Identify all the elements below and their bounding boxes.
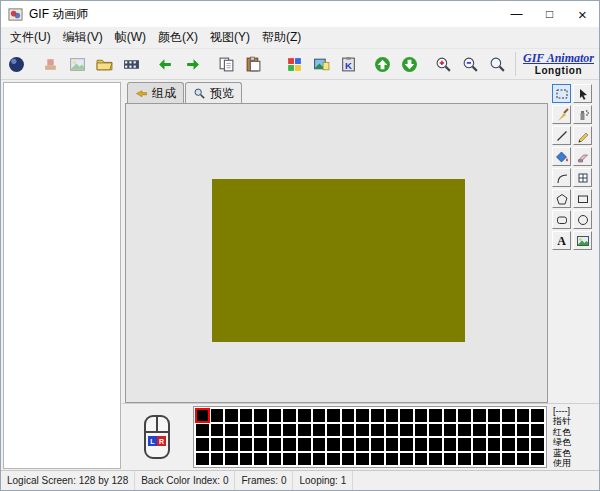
- palette-cell[interactable]: [313, 453, 326, 466]
- palette-cell[interactable]: [458, 424, 471, 437]
- palette-cell[interactable]: [254, 438, 267, 451]
- palette-cell[interactable]: [458, 438, 471, 451]
- palette-cell[interactable]: [371, 409, 384, 422]
- palette-cell[interactable]: [240, 453, 253, 466]
- palette-cell[interactable]: [327, 424, 340, 437]
- line-tool-button[interactable]: [552, 126, 571, 145]
- palette-cell[interactable]: [517, 453, 530, 466]
- copy-button[interactable]: [213, 51, 240, 78]
- palette-cell[interactable]: [400, 438, 413, 451]
- filmstrip-button[interactable]: [118, 51, 145, 78]
- canvas-image[interactable]: [212, 179, 465, 342]
- palette-cell[interactable]: [415, 438, 428, 451]
- paste-button[interactable]: [240, 51, 267, 78]
- undo-button[interactable]: [152, 51, 179, 78]
- zoom-in-button[interactable]: [430, 51, 457, 78]
- pencil-tool-button[interactable]: [573, 126, 592, 145]
- tab-compose[interactable]: 组成: [127, 82, 184, 103]
- text-tool-button[interactable]: A: [552, 231, 571, 250]
- image-tool-button[interactable]: [573, 231, 592, 250]
- palette-cell[interactable]: [444, 438, 457, 451]
- palette-cell[interactable]: [531, 424, 544, 437]
- palette-cell[interactable]: [531, 438, 544, 451]
- palette-cell[interactable]: [371, 453, 384, 466]
- palette-cell[interactable]: [386, 409, 399, 422]
- palette-cell[interactable]: [196, 453, 209, 466]
- palette-cell[interactable]: [313, 409, 326, 422]
- palette-cell[interactable]: [473, 424, 486, 437]
- palette-cell[interactable]: [415, 409, 428, 422]
- palette-cell[interactable]: [356, 438, 369, 451]
- palette-cell[interactable]: [254, 409, 267, 422]
- palette-cell[interactable]: [356, 424, 369, 437]
- palette-cell[interactable]: [356, 409, 369, 422]
- palette-cell[interactable]: [415, 453, 428, 466]
- palette-cell[interactable]: [327, 438, 340, 451]
- rectangle-tool-button[interactable]: [573, 189, 592, 208]
- palette-cell[interactable]: [283, 409, 296, 422]
- palette-cell[interactable]: [196, 424, 209, 437]
- palette-cell[interactable]: [502, 424, 515, 437]
- palette-cell[interactable]: [225, 438, 238, 451]
- palette-cell[interactable]: [371, 424, 384, 437]
- palette-cell[interactable]: [488, 438, 501, 451]
- palette-cell[interactable]: [371, 438, 384, 451]
- menu-colors[interactable]: 颜色(X): [152, 27, 204, 48]
- palette-cell[interactable]: [429, 409, 442, 422]
- palette-cell[interactable]: [458, 409, 471, 422]
- palette-cell[interactable]: [327, 409, 340, 422]
- zoom-out-button[interactable]: [457, 51, 484, 78]
- close-button[interactable]: ×: [566, 1, 599, 27]
- palette-cell[interactable]: [269, 453, 282, 466]
- palette-cell[interactable]: [225, 409, 238, 422]
- palette-cell[interactable]: [211, 409, 224, 422]
- open-button[interactable]: [91, 51, 118, 78]
- palette-cell[interactable]: [342, 438, 355, 451]
- palette-cell[interactable]: [444, 424, 457, 437]
- palette-cell[interactable]: [531, 409, 544, 422]
- palette-cell[interactable]: [400, 409, 413, 422]
- palette-cell[interactable]: [473, 453, 486, 466]
- palette-cell[interactable]: [269, 438, 282, 451]
- palette-cell[interactable]: [502, 438, 515, 451]
- menu-help[interactable]: 帮助(Z): [256, 27, 307, 48]
- palette-cell[interactable]: [356, 453, 369, 466]
- curve-tool-button[interactable]: [552, 168, 571, 187]
- move-tool-button[interactable]: [573, 84, 592, 103]
- palette-cell[interactable]: [211, 453, 224, 466]
- palette-cell[interactable]: [269, 424, 282, 437]
- palette-cell[interactable]: [429, 453, 442, 466]
- about-button[interactable]: [3, 51, 30, 78]
- palette-cell[interactable]: [283, 424, 296, 437]
- palette-cell[interactable]: [444, 409, 457, 422]
- edit-image-button[interactable]: [308, 51, 335, 78]
- palette-cell[interactable]: [196, 409, 209, 422]
- palette-cell[interactable]: [517, 409, 530, 422]
- palette-cell[interactable]: [342, 409, 355, 422]
- image-button[interactable]: [64, 51, 91, 78]
- palette-cell[interactable]: [298, 438, 311, 451]
- palette-cell[interactable]: [502, 453, 515, 466]
- palette-cell[interactable]: [211, 424, 224, 437]
- palette-cell[interactable]: [313, 438, 326, 451]
- canvas-area[interactable]: [125, 103, 548, 403]
- palette-cell[interactable]: [225, 424, 238, 437]
- menu-edit[interactable]: 编辑(V): [57, 27, 109, 48]
- palette-cell[interactable]: [269, 409, 282, 422]
- palette-cell[interactable]: [502, 409, 515, 422]
- palette-grid[interactable]: [193, 406, 547, 468]
- select-tool-button[interactable]: [552, 84, 571, 103]
- palette-cell[interactable]: [488, 424, 501, 437]
- polygon-tool-button[interactable]: [552, 189, 571, 208]
- rounded-rect-tool-button[interactable]: [552, 210, 571, 229]
- airbrush-tool-button[interactable]: [573, 105, 592, 124]
- palette-cell[interactable]: [386, 438, 399, 451]
- palette-cell[interactable]: [473, 409, 486, 422]
- fill-tool-button[interactable]: [552, 147, 571, 166]
- maximize-button[interactable]: □: [533, 1, 566, 27]
- palette-cell[interactable]: [342, 424, 355, 437]
- palette-button[interactable]: [281, 51, 308, 78]
- palette-cell[interactable]: [298, 409, 311, 422]
- palette-cell[interactable]: [415, 424, 428, 437]
- palette-cell[interactable]: [517, 424, 530, 437]
